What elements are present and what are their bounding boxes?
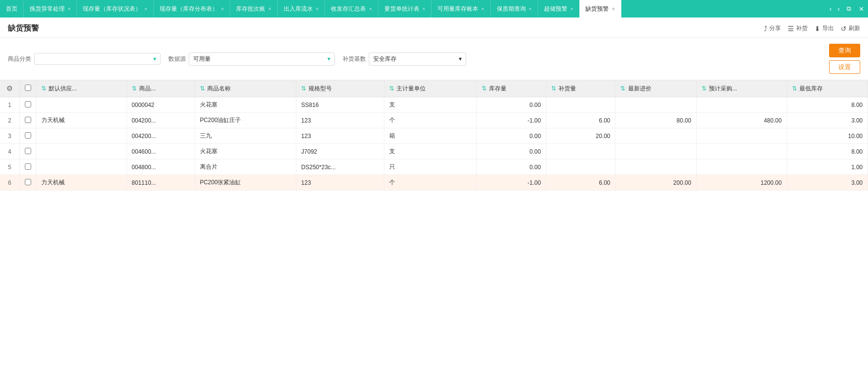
cell-supplier bbox=[36, 144, 127, 159]
cell-stock: 0.00 bbox=[476, 97, 546, 113]
cell-est-purchase bbox=[696, 159, 787, 175]
tab-available-ledger[interactable]: 可用量库存账本 × bbox=[432, 0, 490, 18]
tab-expiry-query-close[interactable]: × bbox=[529, 6, 532, 12]
col-restock-qty-sort-icon: ⇅ bbox=[551, 85, 556, 92]
row-checkbox-1[interactable] bbox=[25, 117, 31, 123]
tab-exception-close[interactable]: × bbox=[68, 6, 71, 12]
tab-demand-stat[interactable]: 要货单统计表 × bbox=[379, 0, 432, 18]
share-icon: ⤴ bbox=[764, 25, 767, 33]
col-goods-code: ⇅ 商品... bbox=[127, 80, 195, 97]
tab-inout-flow[interactable]: 出入库流水 × bbox=[278, 0, 325, 18]
setting-button[interactable]: 设置 bbox=[829, 60, 860, 74]
tab-nav-next[interactable]: › bbox=[834, 0, 843, 18]
cell-latest-price bbox=[615, 159, 696, 175]
cell-latest-price bbox=[615, 128, 696, 144]
row-checkbox-2[interactable] bbox=[25, 132, 31, 139]
refresh-icon: ↺ bbox=[841, 25, 847, 33]
refresh-button[interactable]: ↺ 刷新 bbox=[841, 24, 860, 33]
select-all-checkbox[interactable] bbox=[25, 85, 31, 91]
col-unit: ⇅ 主计量单位 bbox=[384, 80, 476, 97]
row-checkbox-cell bbox=[19, 128, 36, 144]
table-row: 3 004200... 三九 123 箱 0.00 20.00 10.00 bbox=[0, 128, 868, 144]
cell-est-purchase bbox=[696, 144, 787, 159]
cell-spec: 123 bbox=[296, 128, 384, 144]
cell-restock-qty bbox=[546, 97, 615, 113]
table-settings-button[interactable]: ⚙ bbox=[6, 84, 13, 93]
cell-goods-code: 004600... bbox=[127, 144, 195, 159]
tab-expiry-query[interactable]: 保质期查询 × bbox=[491, 0, 538, 18]
col-min-stock: ⇅ 最低库存 bbox=[787, 80, 868, 97]
tab-batch-account[interactable]: 库存批次账 × bbox=[230, 0, 277, 18]
table-container: ⚙ ⇅ 默认供应... ⇅ 商品... ⇅ 商品名称 bbox=[0, 80, 868, 191]
tab-shortage[interactable]: 缺货预警 × bbox=[579, 0, 621, 18]
cell-goods-name: 火花塞 bbox=[195, 97, 296, 113]
cell-goods-code: 004200... bbox=[127, 113, 195, 128]
tab-overstock[interactable]: 超储预警 × bbox=[538, 0, 579, 18]
cell-est-purchase bbox=[696, 128, 787, 144]
cell-unit: 个 bbox=[384, 175, 476, 191]
tab-inventory-status[interactable]: 现存量（库存状况表） × bbox=[77, 0, 153, 18]
col-settings: ⚙ bbox=[0, 80, 19, 97]
tab-demand-stat-close[interactable]: × bbox=[422, 6, 425, 12]
row-checkbox-cell bbox=[19, 113, 36, 128]
share-button[interactable]: ⤴ 分享 bbox=[764, 24, 781, 33]
row-checkbox-5[interactable] bbox=[25, 179, 31, 185]
cell-stock: 0.00 bbox=[476, 159, 546, 175]
filter-bar: 商品分类 ▾ 数据源 可用量 ▾ 补货基数 安全库存 ▾ 查询 设置 bbox=[0, 38, 868, 80]
row-num: 5 bbox=[0, 159, 19, 175]
tab-nav-prev[interactable]: ‹ bbox=[827, 0, 835, 18]
tab-exception[interactable]: 拣货异常处理 × bbox=[24, 0, 77, 18]
category-select[interactable]: ▾ bbox=[34, 53, 161, 65]
table-header-row: ⚙ ⇅ 默认供应... ⇅ 商品... ⇅ 商品名称 bbox=[0, 80, 868, 97]
col-spec-sort-icon: ⇅ bbox=[301, 85, 306, 92]
cell-spec: 123 bbox=[296, 175, 384, 191]
restock-button[interactable]: ☰ 补货 bbox=[788, 24, 808, 33]
col-unit-sort-icon: ⇅ bbox=[389, 85, 394, 92]
datasource-label: 数据源 bbox=[168, 55, 186, 63]
col-supplier-sort-icon: ⇅ bbox=[41, 85, 46, 92]
cell-goods-code: 801110... bbox=[127, 175, 195, 191]
row-num: 2 bbox=[0, 113, 19, 128]
page-header: 缺货预警 ⤴ 分享 ☰ 补货 ⬇ 导出 ↺ 刷新 bbox=[0, 18, 868, 38]
export-button[interactable]: ⬇ 导出 bbox=[814, 24, 834, 33]
page-title: 缺货预警 bbox=[8, 23, 39, 34]
cell-stock: 0.00 bbox=[476, 128, 546, 144]
row-checkbox-0[interactable] bbox=[25, 101, 31, 107]
datasource-select[interactable]: 可用量 ▾ bbox=[189, 53, 335, 66]
row-num: 4 bbox=[0, 144, 19, 159]
window-restore-btn[interactable]: ⧉ bbox=[843, 0, 855, 18]
page-content: 缺货预警 ⤴ 分享 ☰ 补货 ⬇ 导出 ↺ 刷新 商品分类 bbox=[0, 18, 868, 387]
row-checkbox-4[interactable] bbox=[25, 163, 31, 170]
tab-overstock-close[interactable]: × bbox=[570, 6, 573, 12]
restock-icon: ☰ bbox=[788, 25, 794, 33]
cell-supplier: 力天机械 bbox=[36, 113, 127, 128]
col-latest-price-sort-icon: ⇅ bbox=[620, 85, 625, 92]
cell-supplier bbox=[36, 128, 127, 144]
window-close-btn[interactable]: ✕ bbox=[855, 0, 868, 18]
cell-spec: 123 bbox=[296, 113, 384, 128]
col-min-stock-sort-icon: ⇅ bbox=[792, 85, 797, 92]
table-row: 1 0000042 火花塞 SS816 支 0.00 8.00 bbox=[0, 97, 868, 113]
cell-unit: 支 bbox=[384, 144, 476, 159]
tab-inout-flow-close[interactable]: × bbox=[316, 6, 319, 12]
tab-receive-summary-close[interactable]: × bbox=[369, 6, 372, 12]
query-button[interactable]: 查询 bbox=[829, 44, 860, 57]
tab-receive-summary[interactable]: 收发存汇总表 × bbox=[325, 0, 378, 18]
tab-home[interactable]: 首页 bbox=[0, 0, 24, 18]
tab-inventory-dist[interactable]: 现存量（库存分布表） × bbox=[154, 0, 230, 18]
col-spec: ⇅ 规格型号 bbox=[296, 80, 384, 97]
row-num: 6 bbox=[0, 175, 19, 191]
filter-actions: 查询 设置 bbox=[829, 44, 860, 74]
row-checkbox-3[interactable] bbox=[25, 148, 31, 154]
cell-latest-price: 200.00 bbox=[615, 175, 696, 191]
cell-goods-name: PC200油缸庄子 bbox=[195, 113, 296, 128]
tab-shortage-close[interactable]: × bbox=[612, 6, 615, 12]
datasource-arrow-icon: ▾ bbox=[327, 55, 330, 62]
cell-latest-price bbox=[615, 144, 696, 159]
base-select[interactable]: 安全库存 ▾ bbox=[369, 53, 466, 66]
tab-inventory-dist-close[interactable]: × bbox=[221, 6, 224, 12]
tab-available-ledger-close[interactable]: × bbox=[481, 6, 484, 12]
tab-inventory-status-close[interactable]: × bbox=[144, 6, 147, 12]
tab-batch-account-close[interactable]: × bbox=[268, 6, 271, 12]
cell-est-purchase: 1200.00 bbox=[696, 175, 787, 191]
